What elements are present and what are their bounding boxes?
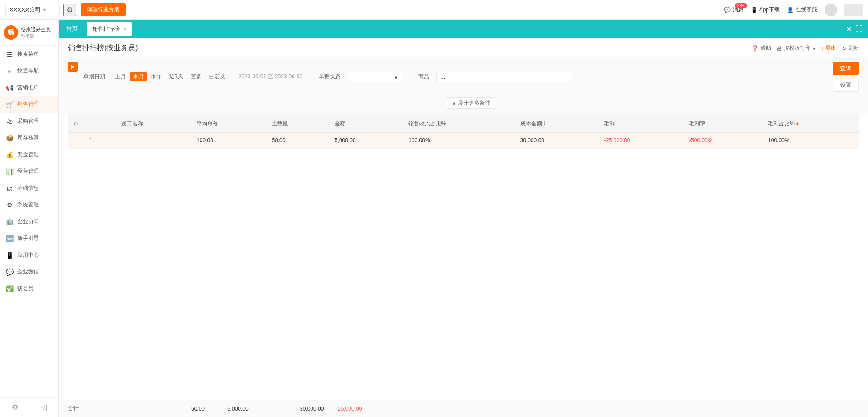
cell-sales-pct: 100.00%	[403, 133, 514, 149]
tab-close-icon[interactable]: ×	[123, 26, 126, 32]
expand-conditions-button[interactable]: ∨ 展开更多条件	[446, 97, 496, 109]
col-rank	[84, 115, 116, 133]
sidebar-logo: 畅 畅康通好生意 标准版	[0, 20, 58, 46]
goods-label: 商品	[418, 73, 429, 81]
help-icon: ❓	[752, 45, 758, 52]
new-icon: 🆕	[5, 235, 14, 242]
cell-amount: 5,000.00	[329, 133, 403, 149]
print-chevron-icon: ▾	[813, 45, 815, 52]
col-profit-pct: 毛利占比% ♦	[762, 115, 859, 133]
table-footer: 合计 50.00 5,000.00 30,000.00 -25,000.00	[59, 400, 868, 417]
cell-quantity: 50.00	[266, 133, 329, 149]
sidebar-item-marketing[interactable]: 📢 营销推广	[0, 79, 58, 96]
col-profit: 毛利	[599, 115, 684, 133]
export-button[interactable]: ↑ 导出	[821, 44, 836, 52]
date-btn-7days[interactable]: 近7天	[167, 72, 186, 81]
phone-icon: 📱	[5, 252, 14, 259]
chevron-down-icon: ▾	[43, 7, 46, 12]
sales-table: ⚙ 员工名称 平均单价 主数量 全额 销售收入占比% 成本全额 ℹ 毛利 毛利率	[68, 115, 859, 149]
sidebar-item-wechat[interactable]: 💬 企业微信	[0, 264, 58, 280]
company-selector[interactable]: XXXXX公司 ▾	[5, 4, 60, 16]
date-btn-this-month[interactable]: 本月	[130, 72, 147, 81]
sidebar-settings-button[interactable]: ⚙	[8, 401, 22, 413]
refresh-icon: ↻	[842, 45, 846, 52]
tab-close-window-icon[interactable]: ✕	[846, 25, 852, 34]
status-chevron-icon: ∨	[394, 74, 398, 80]
footer-profit: -25,000.00	[331, 406, 367, 412]
folder-icon: 🗂	[5, 185, 14, 192]
cost-info-icon[interactable]: ℹ	[543, 120, 546, 127]
sidebar-item-guide[interactable]: 🆕 新手引导	[0, 230, 58, 247]
sidebar-item-appstore[interactable]: 📱 应用中心	[0, 247, 58, 264]
sidebar-item-inventory[interactable]: 📦 库存核算	[0, 129, 58, 146]
goods-input[interactable]: ...	[436, 72, 572, 82]
sidebar-item-operations[interactable]: 📊 经营管理	[0, 163, 58, 180]
chart-icon: 📊	[5, 168, 14, 175]
app-icon: 📱	[751, 7, 758, 13]
query-button[interactable]: 查询	[833, 62, 859, 75]
sidebar-item-system[interactable]: ⚙ 系统管理	[0, 197, 58, 213]
print-icon: 🖨	[777, 45, 782, 52]
col-sales-pct: 销售收入占比%	[403, 115, 514, 133]
tab-expand-icon[interactable]: ⛶	[855, 25, 863, 33]
logo-sub: 标准版	[21, 33, 51, 39]
app-download-button[interactable]: 📱 App下载	[751, 6, 780, 14]
table-row: 1 100.00 50.00 5,000.00 100.00% 30,000.0…	[68, 133, 859, 149]
help-button[interactable]: ❓ 帮助	[752, 44, 771, 52]
footer-cost: 30,000.00	[294, 406, 331, 412]
sidebar-item-enterprise[interactable]: 🏢 企业协同	[0, 213, 58, 230]
wechat-icon: 💬	[5, 268, 14, 276]
service-icon: 👤	[787, 7, 794, 13]
cell-rank: 1	[84, 133, 116, 149]
sidebar-item-quick-nav[interactable]: ⌂ 快捷导航	[0, 62, 58, 79]
home-icon: ⌂	[5, 67, 14, 75]
message-badge: 99+	[735, 3, 747, 8]
date-range: 2023-06-01 至 2023-06-30	[239, 73, 302, 81]
footer-label: 合计	[68, 405, 149, 412]
cell-profit-rate: -500.00%	[684, 133, 762, 149]
tab-home[interactable]: 首页	[59, 20, 85, 38]
online-service-button[interactable]: 👤 在线客服	[787, 6, 817, 14]
message-button[interactable]: 💬 消息 99+	[724, 6, 743, 14]
cell-employee	[116, 133, 191, 149]
date-label: 单据日期	[83, 73, 105, 81]
sidebar-item-purchase[interactable]: 🛍 采购管理	[0, 113, 58, 129]
col-amount: 全额	[329, 115, 403, 133]
sidebar-item-member[interactable]: ✅ 畅会员	[0, 280, 58, 297]
building-icon: 🏢	[5, 218, 14, 225]
logo-text: 畅康通好生意	[21, 26, 51, 33]
settings-button[interactable]: 设置	[833, 79, 859, 92]
col-quantity: 主数量	[266, 115, 329, 133]
cell-cost: 30,000.00	[515, 133, 599, 149]
tab-sales-ranking[interactable]: 销售排行榜 ×	[87, 22, 132, 36]
sidebar-collapse-button[interactable]: ◁	[38, 401, 50, 413]
date-btn-this-year[interactable]: 本年	[149, 72, 165, 81]
export-icon: ↑	[821, 45, 824, 52]
sidebar-item-basic[interactable]: 🗂 基础信息	[0, 180, 58, 197]
date-btn-more[interactable]: 更多	[188, 72, 204, 81]
message-icon: 💬	[724, 7, 731, 13]
footer-amount: 5,000.00	[222, 406, 258, 412]
megaphone-icon: 📢	[5, 84, 14, 91]
refresh-button[interactable]: ↻ 刷新	[842, 44, 859, 52]
col-settings[interactable]: ⚙	[68, 115, 84, 133]
col-profit-rate: 毛利率	[684, 115, 762, 133]
date-btn-custom[interactable]: 自定义	[206, 72, 228, 81]
cell-settings	[68, 133, 84, 149]
sidebar-item-sales[interactable]: 🛒 销售管理	[0, 96, 58, 113]
col-cost: 成本全额 ℹ	[515, 115, 599, 133]
member-icon: ✅	[5, 285, 14, 292]
status-dropdown[interactable]: ∨	[348, 72, 402, 82]
settings-icon[interactable]: ⚙	[63, 4, 76, 16]
filter-toggle-button[interactable]: ▶	[68, 62, 78, 72]
date-btn-last-month[interactable]: 上月	[112, 72, 129, 81]
trial-button[interactable]: 体验行业方案	[81, 3, 126, 16]
sidebar-item-search[interactable]: ☰ 搜索菜单	[0, 46, 58, 62]
company-name: XXXXX公司	[10, 6, 41, 14]
money-icon: 💰	[5, 151, 14, 158]
avatar[interactable]	[825, 4, 837, 16]
goods-more-icon: ...	[441, 74, 445, 80]
sidebar-item-finance[interactable]: 💰 资金管理	[0, 146, 58, 163]
user-name	[844, 4, 863, 16]
print-button[interactable]: 🖨 按模板打印 ▾	[777, 44, 815, 52]
